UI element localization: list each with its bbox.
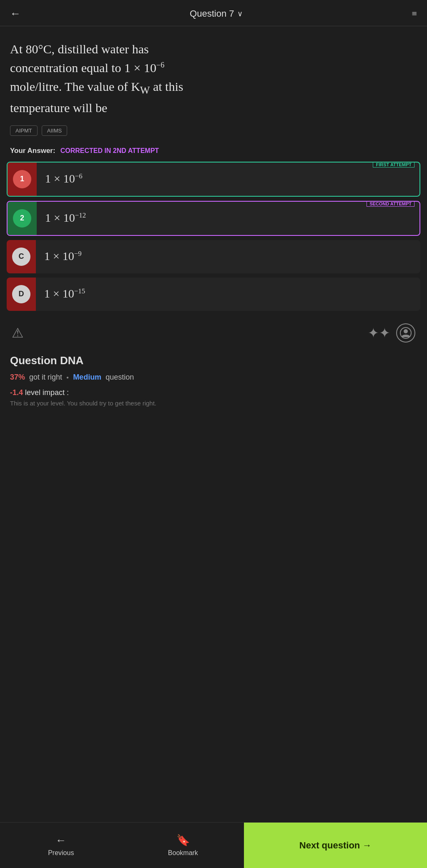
dna-got-right: got it right bbox=[29, 373, 62, 382]
option-d-text: 1 × 10−15 bbox=[36, 287, 93, 300]
question-line2: concentration equal to 1 × 10−6 bbox=[10, 61, 164, 75]
question-line4: temperature will be bbox=[10, 101, 107, 115]
question-line3: mole/litre. The value of KW at this bbox=[10, 80, 183, 93]
next-label: Next question → bbox=[299, 840, 372, 851]
svg-point-0 bbox=[404, 329, 408, 333]
dna-difficulty: Medium bbox=[73, 373, 101, 382]
option-1[interactable]: 1 1 × 10−6 FIRST ATTEMPT bbox=[7, 162, 420, 197]
tag-aiims[interactable]: AIIMS bbox=[42, 125, 67, 136]
header-title: Question 7 ∨ bbox=[190, 8, 243, 19]
options-container: 1 1 × 10−6 FIRST ATTEMPT 2 1 × 10−12 SEC… bbox=[0, 162, 427, 311]
option-c-bar: C bbox=[7, 240, 36, 273]
option-d-circle: D bbox=[12, 285, 30, 303]
first-attempt-label: FIRST ATTEMPT bbox=[373, 162, 414, 168]
bottom-nav: ← Previous 🔖 Bookmark Next question → bbox=[0, 822, 427, 868]
bookmark-icon: 🔖 bbox=[176, 834, 190, 847]
question-line1: At 80°C, distilled water has bbox=[10, 42, 149, 56]
option-d[interactable]: D 1 × 10−15 bbox=[7, 278, 420, 311]
option-c[interactable]: C 1 × 10−9 bbox=[7, 240, 420, 273]
dna-difficulty-suffix: question bbox=[105, 373, 134, 382]
back-button[interactable]: ← bbox=[10, 8, 21, 20]
warning-icon[interactable]: ⚠ bbox=[12, 325, 24, 341]
option-1-text: 1 × 10−6 bbox=[37, 172, 91, 185]
option-2[interactable]: 2 1 × 10−12 SECOND ATTEMPT bbox=[7, 201, 420, 236]
option-c-circle: C bbox=[12, 248, 30, 266]
dna-section: Question DNA 37% got it right ● Medium q… bbox=[0, 350, 427, 415]
question-title: Question 7 bbox=[190, 8, 234, 19]
answer-status-badge: CORRECTED IN 2ND ATTEMPT bbox=[60, 147, 159, 155]
previous-icon: ← bbox=[55, 834, 66, 847]
menu-icon[interactable]: ≡ bbox=[412, 8, 417, 19]
avatar-icon[interactable] bbox=[396, 323, 415, 343]
dna-percent: 37% bbox=[10, 373, 25, 382]
dna-title: Question DNA bbox=[10, 354, 417, 367]
tag-aipmt[interactable]: AIPMT bbox=[10, 125, 38, 136]
option-d-bar: D bbox=[7, 278, 36, 311]
dot-separator: ● bbox=[66, 375, 69, 380]
option-2-circle: 2 bbox=[13, 209, 31, 228]
your-answer-row: Your Answer: CORRECTED IN 2ND ATTEMPT bbox=[0, 143, 427, 162]
next-question-button[interactable]: Next question → bbox=[244, 823, 427, 868]
level-impact-row: -1.4 level impact : bbox=[10, 388, 417, 397]
level-impact-label: level impact : bbox=[25, 388, 69, 397]
previous-label: Previous bbox=[48, 849, 74, 857]
tags-container: AIPMT AIIMS bbox=[0, 125, 427, 143]
option-1-circle: 1 bbox=[13, 170, 31, 188]
question-text: At 80°C, distilled water has concentrati… bbox=[0, 26, 427, 125]
chevron-down-icon[interactable]: ∨ bbox=[237, 9, 243, 18]
dna-stats-row: 37% got it right ● Medium question bbox=[10, 373, 417, 382]
second-attempt-label: SECOND ATTEMPT bbox=[367, 201, 414, 207]
option-1-bar: 1 bbox=[8, 163, 37, 196]
achievement-icon[interactable]: ✦✦ bbox=[368, 325, 390, 341]
your-answer-label: Your Answer: bbox=[10, 147, 55, 155]
option-2-bar: 2 bbox=[8, 202, 37, 235]
bookmark-label: Bookmark bbox=[168, 849, 198, 857]
option-2-text: 1 × 10−12 bbox=[37, 211, 94, 225]
hint-text: This is at your level. You should try to… bbox=[10, 400, 417, 407]
level-impact-value: -1.4 bbox=[10, 388, 23, 397]
header: ← Question 7 ∨ ≡ bbox=[0, 0, 427, 26]
option-c-text: 1 × 10−9 bbox=[36, 250, 90, 263]
previous-button[interactable]: ← Previous bbox=[0, 823, 122, 868]
bookmark-button[interactable]: 🔖 Bookmark bbox=[122, 823, 244, 868]
right-icons: ✦✦ bbox=[368, 323, 415, 343]
icon-bar: ⚠ ✦✦ bbox=[0, 316, 427, 350]
